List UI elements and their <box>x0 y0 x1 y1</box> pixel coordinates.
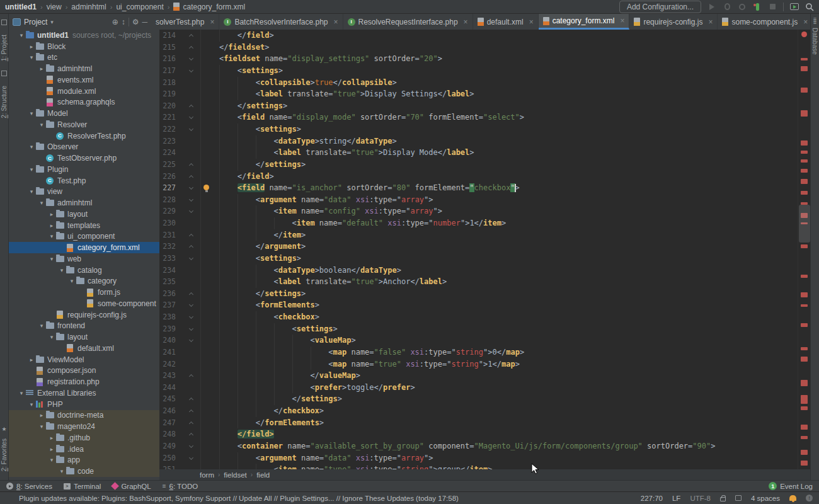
chevron-collapsed-icon[interactable]: ▸ <box>28 43 35 50</box>
code-line[interactable]: <label translate="true">Display Mode</la… <box>201 147 798 159</box>
tab-close-icon[interactable]: × <box>803 18 808 26</box>
chevron-expanded-icon[interactable]: ▾ <box>28 188 35 195</box>
error-mark[interactable] <box>801 347 808 350</box>
fold-close-icon[interactable] <box>189 398 193 402</box>
code-line[interactable]: </settings> <box>201 159 798 171</box>
code-line[interactable]: <label translate="true">Display Settings… <box>201 88 798 100</box>
breadcrumb-item[interactable]: view <box>47 3 62 11</box>
fold-close-icon[interactable] <box>189 245 193 249</box>
error-mark[interactable] <box>801 461 808 466</box>
tree-item-category-form-xml[interactable]: category_form.xml <box>9 242 159 253</box>
toolwindow-button-terminal[interactable]: >Terminal <box>64 483 101 490</box>
project-stripe-icon[interactable] <box>1 20 7 25</box>
error-mark[interactable] <box>801 323 808 327</box>
fold-open-icon[interactable] <box>189 127 193 131</box>
tree-item-web[interactable]: ▾web <box>9 253 159 265</box>
error-mark[interactable] <box>801 357 808 362</box>
tree-item-composer-json[interactable]: composer.json <box>9 365 159 377</box>
fold-open-icon[interactable] <box>189 185 193 190</box>
tab-close-icon[interactable]: × <box>708 18 713 26</box>
debug-icon[interactable] <box>723 3 731 11</box>
toolwindow-toggle-icon[interactable] <box>6 495 13 501</box>
tree-item-module-xml[interactable]: module.xml <box>9 86 159 97</box>
toolwindow-button-8-services[interactable]: 8: Services <box>6 483 52 490</box>
error-mark[interactable] <box>801 151 808 154</box>
collapse-all-icon[interactable]: ↕ <box>122 18 125 26</box>
code-line[interactable]: </item> <box>201 229 798 241</box>
breadcrumb-form[interactable]: form <box>200 471 214 479</box>
code-line[interactable]: </field> <box>201 171 798 183</box>
tab-close-icon[interactable]: × <box>464 18 468 26</box>
error-stripe-scrollbar[interactable] <box>798 30 810 469</box>
code-line[interactable]: <item name="type" xsi:type="string">grou… <box>201 464 798 469</box>
code-line[interactable]: </settings> <box>201 100 798 112</box>
error-mark[interactable] <box>801 395 808 404</box>
code-line[interactable]: </valueMap> <box>201 370 798 382</box>
fold-open-icon[interactable] <box>189 115 193 119</box>
listen-debugger-icon[interactable] <box>753 3 762 11</box>
chevron-collapsed-icon[interactable]: ▸ <box>38 412 45 418</box>
reader-mode-icon[interactable] <box>735 495 742 501</box>
file-encoding[interactable]: UTF-8 <box>690 495 711 502</box>
fold-open-icon[interactable] <box>189 209 193 213</box>
chevron-expanded-icon[interactable]: ▾ <box>28 401 35 408</box>
tree-item-requirejs-config-js[interactable]: requirejs-config.js <box>9 309 159 321</box>
tree-item-app[interactable]: ▾app <box>9 455 159 466</box>
tab-close-icon[interactable]: × <box>529 18 534 26</box>
code-line[interactable]: <item name="config" xsi:type="array"> <box>201 205 798 217</box>
breadcrumb-item[interactable]: ui_component <box>116 3 163 11</box>
fold-open-icon[interactable] <box>189 56 193 60</box>
code-line[interactable]: <valueMap> <box>201 335 798 346</box>
error-mark[interactable] <box>801 58 808 60</box>
favorites-star-icon[interactable]: ★ <box>1 426 6 432</box>
fold-close-icon[interactable] <box>189 105 193 109</box>
tree-item-observer[interactable]: ▾Observer <box>9 142 159 153</box>
breadcrumb-field[interactable]: field <box>256 471 270 479</box>
chevron-collapsed-icon[interactable]: ▸ <box>48 222 55 229</box>
tree-item-github[interactable]: ▸.github <box>9 432 159 444</box>
tree-item-form-js[interactable]: form.js <box>9 287 159 298</box>
tool-stripe-favorites[interactable]: 2: Favorites <box>1 438 8 471</box>
code-line[interactable]: </field> <box>201 30 798 42</box>
line-separator[interactable]: LF <box>672 495 680 502</box>
error-mark[interactable] <box>801 110 808 117</box>
chevron-expanded-icon[interactable]: ▾ <box>58 468 66 474</box>
code-line[interactable]: <formElements> <box>201 299 798 311</box>
code-line[interactable]: </fieldset> <box>201 42 798 54</box>
fold-close-icon[interactable] <box>189 234 193 238</box>
chevron-expanded-icon[interactable]: ▾ <box>28 166 35 173</box>
tree-item-frontend[interactable]: ▾frontend <box>9 321 159 332</box>
code-line[interactable]: <item name="default" xsi:type="number">1… <box>201 217 798 229</box>
toolwindow-button-graphql[interactable]: GraphQL <box>112 483 151 490</box>
chevron-expanded-icon[interactable]: ▾ <box>48 256 55 262</box>
tab-close-icon[interactable]: × <box>333 18 338 26</box>
tab-close-icon[interactable]: × <box>620 16 624 25</box>
error-mark[interactable] <box>801 304 808 307</box>
chevron-collapsed-icon[interactable]: ▸ <box>48 211 55 217</box>
error-mark[interactable] <box>801 406 808 410</box>
tree-item-category[interactable]: ▾category <box>9 276 159 287</box>
code-line[interactable]: <settings> <box>201 65 798 77</box>
fold-close-icon[interactable] <box>189 163 193 168</box>
indent-setting[interactable]: 4 spaces <box>751 495 780 502</box>
tab-category-form-xml[interactable]: category_form.xml× <box>539 14 630 30</box>
chevron-expanded-icon[interactable]: ▾ <box>28 110 35 117</box>
fold-close-icon[interactable] <box>189 46 193 50</box>
error-mark[interactable] <box>801 169 808 173</box>
fold-open-icon[interactable] <box>189 197 193 202</box>
code-line[interactable]: </formElements> <box>201 417 798 429</box>
fold-open-icon[interactable] <box>189 302 193 307</box>
project-view-title[interactable]: Project <box>24 18 47 26</box>
code-line[interactable]: <map name="true" xsi:type="string">1</ma… <box>201 358 798 370</box>
notification-bell-icon[interactable] <box>789 495 796 501</box>
chevron-collapsed-icon[interactable]: ▸ <box>48 446 55 452</box>
tree-item-block[interactable]: ▸Block <box>9 41 159 52</box>
error-mark[interactable] <box>801 450 808 455</box>
tree-item-testobserver-php[interactable]: CTestObserver.php <box>9 152 159 164</box>
tab-batchresolverinterface-php[interactable]: IBatchResolverInterface.php× <box>219 14 343 30</box>
tree-item-layout[interactable]: ▸layout <box>9 209 159 220</box>
code-line[interactable]: <label translate="true">Anchor</label> <box>201 276 798 288</box>
chevron-down-icon[interactable]: ▾ <box>50 19 54 25</box>
tool-stripe-database[interactable]: Database <box>811 28 818 55</box>
code-line[interactable]: <settings> <box>201 123 798 135</box>
